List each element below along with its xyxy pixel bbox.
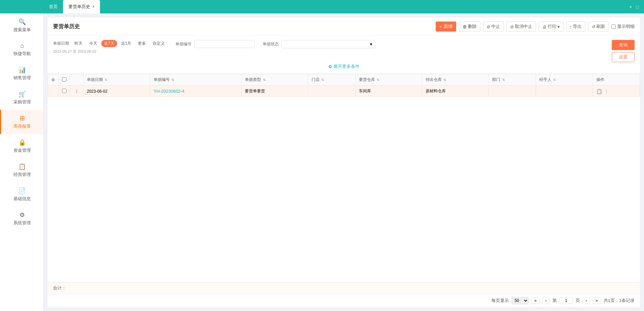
date-shortcuts: 昨天 今天 近7天 近1月 更多 自定义 xyxy=(72,40,167,47)
col-dept[interactable]: 部门 ⇅ xyxy=(489,74,536,86)
date-shortcut-today[interactable]: 今天 xyxy=(87,40,100,47)
footer-sum: 合计： xyxy=(48,282,640,294)
tab-close-icon[interactable]: × xyxy=(92,4,95,9)
filter-status-col: 单据状态 ▾ xyxy=(263,40,375,48)
print-button[interactable]: 🖨 打印 ▾ xyxy=(539,21,564,32)
col-handler[interactable]: 经手人 ⇅ xyxy=(536,74,593,86)
inventory-icon: ⊞ xyxy=(20,115,25,122)
settings-button[interactable]: 设置 xyxy=(612,52,635,62)
row-num: 1 xyxy=(70,86,84,97)
docno-filter-label: 单据编号 xyxy=(175,41,192,47)
tab-requisition-history[interactable]: 要货单历史 × xyxy=(63,0,100,13)
col-date[interactable]: 单据日期 ⇅ xyxy=(84,74,150,86)
sidebar-item-inventory[interactable]: ⊞ 库存核算 xyxy=(0,110,43,134)
basic-icon: 📄 xyxy=(18,187,26,194)
sum-label: 合计： xyxy=(53,285,66,291)
action-icons: 📋 ⋮ xyxy=(596,89,636,94)
sidebar-item-sales[interactable]: 📊 销售管理 xyxy=(0,61,43,86)
docno-link[interactable]: YH-20230602-4 xyxy=(154,89,184,94)
date-shortcut-1month[interactable]: 近1月 xyxy=(118,40,134,47)
status-filter-select[interactable]: ▾ xyxy=(281,40,375,48)
display-detail-checkbox-wrap[interactable]: 显示明细 xyxy=(611,24,635,30)
window-maximize-icon[interactable]: □ xyxy=(636,4,639,9)
col-pending-warehouse[interactable]: 待出仓库 ⇅ xyxy=(422,74,489,86)
expand-more-label: 展开更多条件 xyxy=(333,63,360,70)
sidebar-item-basic[interactable]: 📄 基础信息 xyxy=(0,182,43,207)
row-store xyxy=(308,86,355,97)
display-detail-checkbox[interactable] xyxy=(611,25,616,29)
date-shortcut-7days[interactable]: 近7天 xyxy=(101,40,117,47)
last-page-button[interactable]: » xyxy=(593,297,601,304)
window-close-icon[interactable]: × xyxy=(630,4,632,9)
col-settings[interactable]: ⚙ xyxy=(48,74,59,86)
toolbar: + 新增 🗑 删除 ⊘ 中止 ⊘ 取消中止 xyxy=(436,21,635,32)
stop-button[interactable]: ⊘ 中止 xyxy=(483,21,504,32)
row-checkbox[interactable] xyxy=(62,89,66,93)
date-shortcut-yesterday[interactable]: 昨天 xyxy=(72,40,85,47)
refresh-icon: ↺ xyxy=(592,24,595,29)
filter-action-buttons: 查询 设置 xyxy=(612,40,635,62)
next-page-button[interactable]: › xyxy=(583,297,590,304)
sidebar-item-search[interactable]: 🔍 搜索菜单 xyxy=(0,13,43,38)
finance-icon: 🔒 xyxy=(18,139,26,146)
select-all-checkbox[interactable] xyxy=(62,77,66,82)
print-icon: 🖨 xyxy=(542,24,547,29)
sidebar-label-system: 系统管理 xyxy=(13,220,31,226)
col-docno[interactable]: 单据编号 ⇅ xyxy=(150,74,241,86)
expand-more-button[interactable]: ✿ 展开更多条件 xyxy=(53,63,635,70)
sort-handler-icon: ⇅ xyxy=(553,78,556,82)
docno-filter-input[interactable] xyxy=(194,40,255,48)
first-page-button[interactable]: « xyxy=(531,297,540,304)
delete-button[interactable]: 🗑 删除 xyxy=(459,21,480,32)
delete-icon: 🗑 xyxy=(463,24,467,29)
sidebar-item-operations[interactable]: 📋 经营管理 xyxy=(0,158,43,182)
requisition-table: ⚙ 单据日期 ⇅ 单据编号 ⇅ 单据类型 ⇅ 门店 ⇅ 要货仓库 ⇅ 待出仓库 … xyxy=(48,74,640,97)
display-detail-label: 显示明细 xyxy=(617,24,635,30)
date-shortcut-more[interactable]: 更多 xyxy=(135,40,149,47)
sidebar: 🔍 搜索菜单 ⌂ 快捷导航 📊 销售管理 🛒 采购管理 ⊞ 库存核算 🔒 资金管… xyxy=(0,13,44,311)
sidebar-item-purchase[interactable]: 🛒 采购管理 xyxy=(0,86,43,110)
page-label: 页 xyxy=(576,298,580,304)
refresh-button[interactable]: ↺ 刷新 xyxy=(588,21,609,32)
system-icon: ⚙ xyxy=(19,211,25,219)
export-icon: ↑ xyxy=(570,24,572,29)
new-icon: + xyxy=(439,24,442,29)
filter-main-row: 单据日期 昨天 今天 近7天 近1月 更多 自定义 2023-05-27 至 2… xyxy=(53,40,635,62)
status-chevron-icon: ▾ xyxy=(370,42,372,47)
new-button[interactable]: + 新增 xyxy=(436,21,456,32)
page-title: 要货单历史 xyxy=(53,23,80,30)
per-page-select[interactable]: 50 100 200 xyxy=(512,297,529,304)
page-header: 要货单历史 + 新增 🗑 删除 ⊘ 中止 ⊘ xyxy=(48,17,640,36)
edit-action-icon[interactable]: 📋 xyxy=(596,89,602,94)
filter-area: 单据日期 昨天 今天 近7天 近1月 更多 自定义 2023-05-27 至 2… xyxy=(48,36,640,74)
content-area: 要货单历史 + 新增 🗑 删除 ⊘ 中止 ⊘ xyxy=(44,13,644,311)
filter-docno-col: 单据编号 xyxy=(175,40,255,48)
table-header-row: ⚙ 单据日期 ⇅ 单据编号 ⇅ 单据类型 ⇅ 门店 ⇅ 要货仓库 ⇅ 待出仓库 … xyxy=(48,74,640,86)
col-action: 操作 xyxy=(593,74,640,86)
sidebar-label-basic: 基础信息 xyxy=(13,196,31,202)
sidebar-item-shortcut[interactable]: ⌂ 快捷导航 xyxy=(0,38,43,61)
sidebar-item-system[interactable]: ⚙ 系统管理 xyxy=(0,207,43,231)
search-icon: 🔍 xyxy=(18,18,26,26)
cancel-stop-icon: ⊘ xyxy=(510,24,514,29)
sidebar-label-shortcut: 快捷导航 xyxy=(13,51,31,57)
tab-home[interactable]: + 新增 首页 xyxy=(44,0,63,13)
sidebar-item-finance[interactable]: 🔒 资金管理 xyxy=(0,134,43,158)
sort-pending-warehouse-icon: ⇅ xyxy=(443,78,446,82)
sort-date-icon: ⇅ xyxy=(105,78,107,82)
prev-page-button[interactable]: ‹ xyxy=(542,297,550,304)
row-dept xyxy=(489,86,536,97)
print-chevron-icon: ▾ xyxy=(557,24,560,29)
query-button[interactable]: 查询 xyxy=(612,40,635,50)
col-doctype[interactable]: 单据类型 ⇅ xyxy=(241,74,308,86)
col-store[interactable]: 门店 ⇅ xyxy=(308,74,355,86)
date-filter-label: 单据日期 xyxy=(53,41,69,46)
date-shortcut-custom[interactable]: 自定义 xyxy=(150,40,167,47)
cancel-stop-button[interactable]: ⊘ 取消中止 xyxy=(506,21,536,32)
more-action-icon[interactable]: ⋮ xyxy=(604,89,609,94)
page-input[interactable] xyxy=(559,297,573,304)
col-req-warehouse[interactable]: 要货仓库 ⇅ xyxy=(355,74,422,86)
col-num xyxy=(70,74,84,86)
export-button[interactable]: ↑ 导出 xyxy=(566,21,586,32)
sort-store-icon: ⇅ xyxy=(321,78,324,82)
